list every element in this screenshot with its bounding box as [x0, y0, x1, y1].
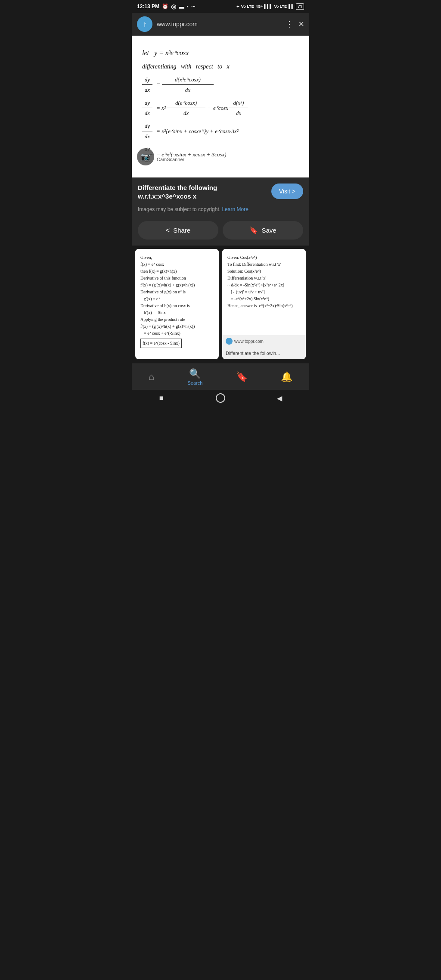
save-button[interactable]: 🔖 Save: [223, 221, 303, 240]
recents-button[interactable]: ■: [157, 393, 166, 403]
related-card-2-site-name: www.toppr.com: [234, 339, 264, 344]
learn-more-link[interactable]: Learn More: [222, 206, 248, 212]
info-title-block: Differentiate the following w.r.t.x:x^3e…: [138, 184, 267, 200]
related-images-grid: Given, f(x) = eˣ cosx then f(x) = g(x)×h…: [132, 246, 309, 363]
status-right: ✦ Vo LTE 4G+ ▌▌▌ Vo LTE ▌▌ 71: [236, 3, 304, 10]
bluetooth-icon: ✦: [236, 4, 239, 9]
alarm-icon: ⏰: [162, 3, 168, 9]
notifications-icon: 🔔: [281, 371, 292, 383]
action-buttons: < Share 🔖 Save: [132, 217, 309, 246]
equation-title: let y = x³eˣcosx: [142, 47, 299, 59]
back-button[interactable]: ◀: [275, 393, 284, 403]
status-bar: 12:13 PM ⏰ ◎ ▬ ▪ ··· ✦ Vo LTE 4G+ ▌▌▌ Vo…: [132, 0, 309, 13]
whatsapp-icon: ◎: [171, 3, 176, 10]
nav-notifications[interactable]: 🔔: [276, 370, 298, 384]
signal-bars-2: ▌▌: [289, 4, 294, 9]
camera-overlay-icon[interactable]: 📷: [137, 148, 154, 165]
nav-home[interactable]: ⌂: [143, 370, 159, 384]
info-card: Differentiate the following w.r.t.x:x^3e…: [132, 177, 309, 205]
status-left: 12:13 PM ⏰ ◎ ▬ ▪ ···: [137, 3, 196, 10]
save-label: Save: [261, 227, 276, 234]
home-icon: ⌂: [149, 371, 154, 383]
lte-icon-2: Vo LTE: [274, 4, 287, 9]
browser-actions: ⋮ ×: [286, 19, 304, 30]
system-nav-bar: ■ ◀: [132, 390, 309, 408]
copyright-text: Images may be subject to copyright.: [138, 206, 220, 212]
related-card-2[interactable]: Given: Cos(x²eˣ) To find: Differentiatio…: [222, 249, 306, 359]
eq-line-3: dy dx = x³{eˣsinx + cosxeˣ}y + eˣcosx·3x…: [142, 121, 299, 142]
share-label: Share: [173, 227, 190, 234]
browser-logo[interactable]: ↑: [137, 16, 152, 32]
time-display: 12:13 PM: [137, 3, 159, 9]
share-icon: <: [166, 227, 170, 234]
toppr-site-icon: [226, 338, 233, 345]
notification-icon: ▬: [179, 3, 184, 10]
nav-bookmarks[interactable]: 🔖: [231, 370, 253, 384]
math-image-container: let y = x³eˣcosx differentiating with re…: [132, 36, 309, 177]
home-button[interactable]: [216, 393, 225, 403]
visit-button[interactable]: Visit >: [271, 184, 303, 199]
eq-line-2: dy dx = x³ d(eˣcosx) dx + eˣcosx d(x³) d…: [142, 98, 299, 118]
math-content: let y = x³eˣcosx differentiating with re…: [140, 43, 301, 171]
signal-bars-1: 4G+ ▌▌▌: [256, 4, 273, 9]
bookmarks-icon: 🔖: [236, 371, 248, 383]
related-card-1-content: Given, f(x) = eˣ cosx then f(x) = g(x)×h…: [135, 249, 219, 353]
info-title: Differentiate the following w.r.t.x:x^3e…: [138, 184, 267, 200]
bookmark-icon: 🔖: [249, 226, 258, 234]
related-card-2-content: Given: Cos(x²eˣ) To find: Differentiatio…: [222, 249, 306, 335]
related-card-1[interactable]: Given, f(x) = eˣ cosx then f(x) = g(x)×h…: [135, 249, 219, 359]
eq-line-1: dy dx = d(x³eˣcosx) dx: [142, 75, 299, 95]
lte-icon: Vo LTE: [241, 4, 254, 9]
more-options-icon[interactable]: ⋮: [286, 19, 293, 29]
related-card-2-footer: www.toppr.com: [222, 335, 306, 347]
related-card-2-title: Differentiate the followin...: [226, 351, 280, 356]
bottom-navigation: ⌂ 🔍 Search 🔖 🔔: [132, 363, 309, 390]
share-button[interactable]: < Share: [138, 221, 218, 240]
camscanner-label: CamScanner: [157, 157, 184, 162]
dots-icon: ···: [191, 3, 196, 9]
copyright-block: Images may be subject to copyright. Lear…: [132, 205, 309, 217]
search-icon: 🔍: [189, 368, 201, 380]
browser-bar: ↑ www.toppr.com ⋮ ×: [132, 13, 309, 36]
differentiating-label: differentiating with respect to x: [142, 61, 299, 72]
nav-search[interactable]: 🔍 Search: [182, 367, 208, 387]
close-tab-icon[interactable]: ×: [298, 19, 304, 30]
battery-indicator: 71: [296, 3, 304, 10]
more-notifications-icon: ▪: [187, 4, 189, 9]
search-label: Search: [187, 380, 202, 386]
url-bar[interactable]: www.toppr.com: [157, 21, 281, 28]
